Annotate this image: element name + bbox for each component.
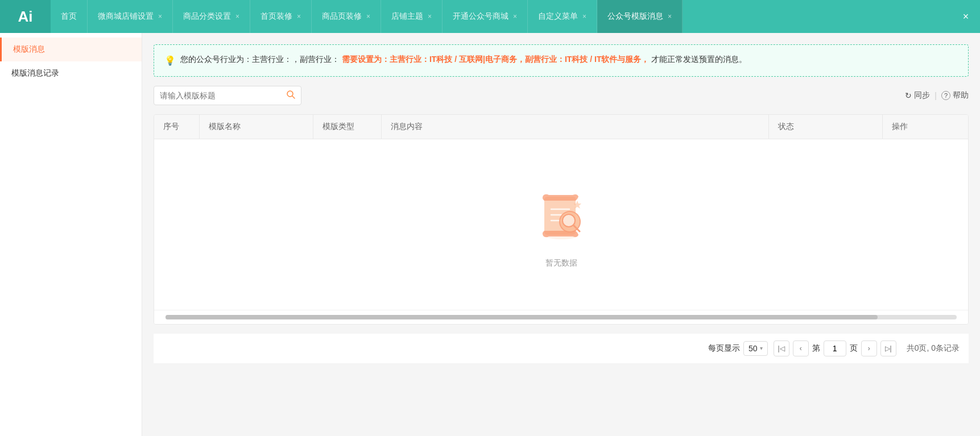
toolbar-actions: ↻ 同步 | ? 帮助 — [905, 90, 969, 101]
notice-text: 您的公众号行业为：主营行业：，副营行业： 需要设置为：主营行业：IT科技 / 互… — [180, 53, 747, 65]
refresh-icon: ↻ — [905, 91, 912, 100]
sidebar-item-template-msg-record[interactable]: 模版消息记录 — [0, 61, 142, 85]
main-layout: 模版消息 模版消息记录 💡 您的公众号行业为：主营行业：，副营行业： 需要设置为… — [0, 33, 980, 436]
pagination: 每页显示 50 ▾ |◁ ‹ 第 页 › ▷| 共0页, 0条记录 — [154, 334, 969, 363]
nav-tab-category-settings[interactable]: 商品分类设置 × — [173, 0, 250, 33]
nav-tab-home-decor[interactable]: 首页装修 × — [250, 0, 312, 33]
page-label: 第 — [812, 343, 820, 354]
close-icon[interactable]: × — [158, 13, 162, 20]
scrollbar-area — [154, 310, 968, 324]
sync-button[interactable]: ↻ 同步 — [905, 90, 930, 101]
empty-text: 暂无数据 — [545, 258, 577, 268]
notice-banner: 💡 您的公众号行业为：主营行业：，副营行业： 需要设置为：主营行业：IT科技 /… — [154, 44, 969, 77]
empty-illustration — [527, 181, 596, 249]
sidebar: 模版消息 模版消息记录 — [0, 33, 142, 436]
app-logo: Ai — [0, 0, 51, 33]
col-header-name: 模版名称 — [200, 115, 313, 139]
scrollbar-track[interactable] — [166, 315, 957, 319]
help-button[interactable]: ? 帮助 — [941, 90, 969, 101]
search-input[interactable] — [160, 91, 282, 100]
sidebar-item-template-msg[interactable]: 模版消息 — [0, 38, 142, 61]
svg-line-1 — [292, 96, 295, 98]
page-total: 共0页, 0条记录 — [907, 343, 960, 354]
first-page-button[interactable]: |◁ — [774, 341, 789, 356]
close-icon[interactable]: × — [513, 13, 517, 20]
nav-tab-store-settings[interactable]: 微商城店铺设置 × — [88, 0, 173, 33]
nav-tab-template-msg[interactable]: 公众号模版消息 × — [597, 0, 683, 33]
close-icon[interactable]: × — [668, 13, 672, 20]
page-navigation: |◁ ‹ 第 页 › ▷| — [774, 341, 896, 356]
close-all-tabs-button[interactable]: × — [952, 0, 980, 33]
page-size-label: 每页显示 — [708, 343, 740, 354]
nav-tabs: 首页 微商城店铺设置 × 商品分类设置 × 首页装修 × 商品页装修 × 店铺主… — [51, 0, 952, 33]
search-box — [154, 86, 301, 105]
search-button[interactable] — [286, 90, 295, 101]
table-header: 序号 模版名称 模版类型 消息内容 状态 操作 — [154, 115, 968, 139]
prev-page-button[interactable]: ‹ — [793, 341, 809, 356]
nav-tab-custom-menu[interactable]: 自定义菜单 × — [528, 0, 597, 33]
page-size-select: 每页显示 50 ▾ — [708, 341, 768, 356]
data-table: 序号 模版名称 模版类型 消息内容 状态 操作 — [154, 114, 969, 325]
col-header-content: 消息内容 — [382, 115, 769, 139]
close-icon[interactable]: × — [235, 13, 239, 20]
toolbar: ↻ 同步 | ? 帮助 — [154, 86, 969, 105]
chevron-down-icon: ▾ — [760, 345, 763, 351]
nav-tab-store-theme[interactable]: 店铺主题 × — [381, 0, 443, 33]
col-header-type: 模版类型 — [313, 115, 382, 139]
close-icon[interactable]: × — [582, 13, 586, 20]
close-icon[interactable]: × — [297, 13, 301, 20]
nav-tab-open-mall[interactable]: 开通公众号商城 × — [443, 0, 528, 33]
nav-tab-product-decor[interactable]: 商品页装修 × — [312, 0, 381, 33]
divider: | — [934, 91, 937, 100]
next-page-button[interactable]: › — [861, 341, 877, 356]
close-icon[interactable]: × — [428, 13, 432, 20]
col-header-action: 操作 — [883, 115, 968, 139]
page-size-value: 50 — [749, 344, 758, 353]
empty-state: 暂无数据 — [154, 139, 968, 310]
notice-highlight-text: 需要设置为：主营行业：IT科技 / 互联网|电子商务，副营行业：IT科技 / I… — [342, 55, 650, 64]
content-area: 💡 您的公众号行业为：主营行业：，副营行业： 需要设置为：主营行业：IT科技 /… — [142, 33, 980, 436]
bulb-icon: 💡 — [164, 53, 176, 68]
scrollbar-thumb[interactable] — [166, 315, 878, 319]
nav-tab-home[interactable]: 首页 — [51, 0, 88, 33]
page-size-dropdown[interactable]: 50 ▾ — [743, 341, 768, 356]
close-icon[interactable]: × — [366, 13, 370, 20]
col-header-index: 序号 — [154, 115, 200, 139]
page-unit: 页 — [850, 343, 858, 354]
current-page-input[interactable] — [824, 341, 846, 356]
top-navigation: Ai 首页 微商城店铺设置 × 商品分类设置 × 首页装修 × 商品页装修 × … — [0, 0, 980, 33]
last-page-button[interactable]: ▷| — [880, 341, 896, 356]
question-icon: ? — [941, 91, 950, 100]
col-header-status: 状态 — [769, 115, 883, 139]
